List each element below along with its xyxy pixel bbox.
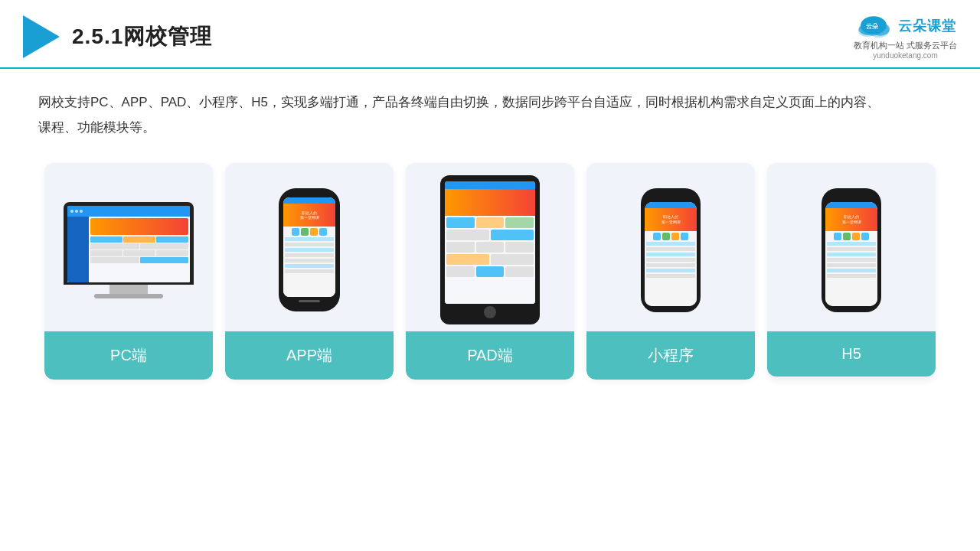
header-left: 2.5.1网校管理: [23, 15, 212, 58]
description-text: 网校支持PC、APP、PAD、小程序、H5，实现多端打通，产品各终端自由切换，数…: [38, 90, 880, 140]
card-pc-image-area: [44, 163, 213, 331]
header: 2.5.1网校管理 云朵 云朵课堂 教育机构一站 式服务云平台 yunduoke…: [0, 0, 980, 69]
app-phone-icon: 职达人的第一堂网课: [279, 188, 340, 311]
card-h5-label: H5: [767, 331, 936, 377]
main-content: 网校支持PC、APP、PAD、小程序、H5，实现多端打通，产品各终端自由切换，数…: [0, 69, 980, 395]
card-pad-label: PAD端: [406, 331, 574, 380]
brand-logo: 云朵 云朵课堂 教育机构一站 式服务云平台 yunduoketang.com: [854, 14, 957, 60]
brand-url: yunduoketang.com: [873, 51, 938, 60]
svg-text:云朵: 云朵: [866, 23, 879, 30]
pad-tablet-icon: [440, 175, 540, 324]
card-miniprogram: 职达人的第一堂网课: [586, 163, 755, 380]
card-pc: PC端: [44, 163, 213, 380]
card-app-label: APP端: [225, 331, 394, 380]
cloud-logo-container: 云朵 云朵课堂: [854, 14, 956, 38]
cloud-icon: 云朵: [854, 14, 893, 38]
card-pc-label: PC端: [44, 331, 213, 380]
brand-tagline: 教育机构一站 式服务云平台: [854, 40, 957, 51]
miniprogram-phone-icon: 职达人的第一堂网课: [641, 188, 701, 312]
card-miniprogram-label: 小程序: [586, 331, 755, 380]
card-h5-image-area: 职达人的第一堂网课: [767, 163, 936, 331]
card-miniprogram-image-area: 职达人的第一堂网课: [586, 163, 755, 331]
card-app: 职达人的第一堂网课: [225, 163, 394, 380]
brand-name-text: 云朵课堂: [898, 17, 956, 35]
card-h5: 职达人的第一堂网课: [767, 163, 936, 380]
cards-row: PC端 职达人的第一堂网课: [38, 163, 942, 380]
tablet-home-button: [484, 306, 496, 318]
pc-monitor-icon: [64, 202, 194, 298]
logo-triangle-icon: [23, 15, 60, 58]
h5-phone-icon: 职达人的第一堂网课: [822, 188, 881, 312]
page-title: 2.5.1网校管理: [72, 22, 212, 51]
card-app-image-area: 职达人的第一堂网课: [225, 163, 394, 331]
card-pad-image-area: [406, 163, 574, 331]
card-pad: PAD端: [406, 163, 574, 380]
